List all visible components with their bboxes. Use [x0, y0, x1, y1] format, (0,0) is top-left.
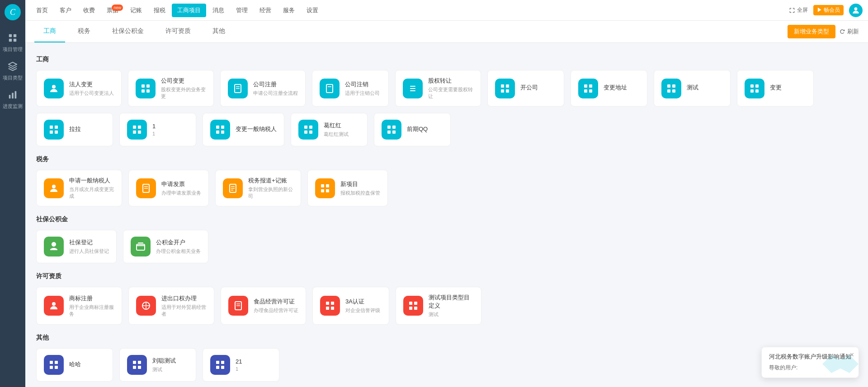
sidebar-item-project-type[interactable]: 项目类型 — [0, 56, 25, 85]
change-taxpayer-icon — [210, 120, 230, 140]
topnav-operation[interactable]: 经营 — [254, 4, 277, 17]
topnav-billing[interactable]: 收费 — [78, 4, 100, 17]
topnav-bookkeeping[interactable]: 记账 — [125, 4, 147, 17]
card-change2[interactable]: 变更 — [737, 70, 814, 107]
cards-grid-industrial: 法人变更 适用于公司变更法人 公司变更 股权变更外的业务变更 公司注册 — [36, 70, 857, 146]
card-equity-transfer[interactable]: 股权转让 公司变更需要股权转让 — [395, 70, 481, 107]
svg-rect-42 — [133, 131, 136, 134]
card-front-qq[interactable]: 前期QQ — [374, 113, 451, 146]
card-test-type[interactable]: 测试项目类型目定义 测试 — [396, 287, 481, 325]
tab-social[interactable]: 社保公积金 — [103, 21, 153, 42]
avatar[interactable] — [849, 4, 863, 17]
card-desc: 适用于公司变更法人 — [69, 90, 114, 97]
liu-ce-test-icon — [127, 355, 147, 375]
topnav-message[interactable]: 消息 — [207, 4, 230, 17]
card-name: 税务报道+记账 — [248, 177, 293, 185]
card-test[interactable]: 测试 — [654, 70, 731, 107]
tag-icon — [6, 60, 19, 73]
card-tax-report-book[interactable]: 税务报道+记账 拿到营业执照的新公司 — [215, 170, 301, 206]
card-import-export[interactable]: 进出口权办理 适用于对外贸易经营者 — [128, 287, 214, 325]
card-desc: 公司变更需要股权转让 — [428, 86, 473, 100]
svg-rect-64 — [321, 184, 324, 187]
card-liu-ce-test[interactable]: 刘聪测试 测试 — [119, 348, 196, 382]
card-social-register[interactable]: 社保登记 进行人员社保登记 — [36, 230, 117, 263]
card-fund-account[interactable]: 公积金开户 办理公积金相关业务 — [123, 230, 208, 263]
svg-rect-93 — [221, 366, 224, 369]
card-company-cancel[interactable]: 公司注销 适用于注销公司 — [312, 70, 389, 107]
topnav-industrial[interactable]: 工商项目 — [172, 4, 206, 17]
card-name: 刘聪测试 — [152, 357, 176, 365]
svg-rect-34 — [750, 89, 754, 93]
equity-transfer-icon — [403, 79, 423, 98]
card-desc: 办理公积金相关业务 — [156, 248, 201, 255]
topnav-home[interactable]: 首页 — [31, 4, 53, 17]
card-change-taxpayer[interactable]: 变更一般纳税人 — [203, 113, 284, 146]
card-info: 21 1 — [236, 358, 242, 372]
card-new-project[interactable]: 新项目 报税加税控盘保管 — [307, 170, 388, 206]
svg-rect-45 — [221, 126, 224, 129]
card-info: 社保登记 进行人员社保登记 — [69, 238, 109, 255]
card-company-register[interactable]: 公司注册 申请公司注册全流程 — [220, 70, 306, 107]
logo[interactable]: C — [4, 4, 21, 21]
svg-rect-20 — [501, 84, 504, 88]
new-type-button[interactable]: 新增业务类型 — [788, 25, 835, 38]
topnav-service[interactable]: 服务 — [278, 4, 300, 17]
fullscreen-button[interactable]: 全屏 — [789, 6, 808, 14]
topnav-management[interactable]: 管理 — [231, 4, 253, 17]
card-legal-change[interactable]: 法人变更 适用于公司变更法人 — [36, 70, 122, 107]
card-lala[interactable]: 拉拉 — [36, 113, 113, 146]
card-one[interactable]: 1 1 — [119, 113, 196, 146]
svg-rect-12 — [146, 84, 150, 88]
svg-rect-74 — [326, 302, 329, 305]
tab-other[interactable]: 其他 — [203, 21, 234, 42]
card-apply-invoice[interactable]: 申请发票 办理申请发票业务 — [128, 170, 209, 206]
vip-button[interactable]: ▶ 畅会员 — [813, 5, 844, 15]
card-info: 变更 — [770, 84, 782, 93]
refresh-button[interactable]: 刷新 — [839, 28, 859, 36]
tab-license[interactable]: 许可资质 — [156, 21, 200, 42]
card-desc: 办理食品经营许可证 — [254, 307, 298, 314]
card-twenty-one[interactable]: 21 1 — [203, 348, 279, 382]
topnav-customer[interactable]: 客户 — [54, 4, 77, 17]
card-company-change[interactable]: 公司变更 股权变更外的业务变更 — [128, 70, 214, 107]
svg-rect-6 — [9, 95, 11, 98]
card-name: 公司注销 — [345, 80, 380, 89]
svg-rect-29 — [672, 84, 675, 88]
card-trademark[interactable]: 商标注册 用于企业商标注册服务 — [36, 287, 122, 325]
topnav-tax[interactable]: 报税 — [148, 4, 171, 17]
card-desc: 测试 — [429, 311, 474, 318]
3a-cert-icon — [320, 296, 340, 316]
sidebar-label-project-management: 项目管理 — [3, 46, 23, 53]
sidebar-item-project-management[interactable]: 项目管理 — [0, 28, 25, 56]
card-3a-cert[interactable]: 3A认证 对企业信誉评级 — [312, 287, 389, 325]
card-desc: 1 — [152, 131, 156, 136]
card-open-company[interactable]: 开公司 — [487, 70, 564, 107]
topnav-settings[interactable]: 设置 — [301, 4, 324, 17]
tab-tax[interactable]: 税务 — [69, 21, 99, 42]
card-food-license[interactable]: 食品经营许可证 办理食品经营许可证 — [221, 287, 306, 325]
topnav-tickets[interactable]: 票据 new — [101, 4, 124, 17]
svg-point-56 — [52, 185, 56, 188]
card-name: 申请一般纳税人 — [69, 177, 114, 185]
card-info: 新项目 报税加税控盘保管 — [340, 180, 380, 196]
card-name: 食品经营许可证 — [254, 298, 298, 306]
card-mohonghong[interactable]: 葛红红 葛红红测试 — [291, 113, 368, 146]
main: 工商 税务 社保公积金 许可资质 其他 新增业务类型 刷新 工商 法人变更 — [25, 21, 868, 387]
svg-rect-30 — [667, 89, 670, 93]
card-name: 公司注册 — [253, 80, 298, 89]
company-cancel-icon — [320, 79, 340, 98]
svg-rect-13 — [142, 89, 145, 93]
twenty-one-icon — [210, 355, 230, 375]
svg-rect-11 — [142, 84, 145, 88]
tab-industrial[interactable]: 工商 — [34, 21, 65, 42]
sidebar-item-progress-monitor[interactable]: 进度监测 — [0, 85, 25, 113]
card-haha[interactable]: 哈哈 — [36, 348, 113, 382]
card-change-address[interactable]: 变更地址 — [571, 70, 647, 107]
svg-rect-14 — [146, 89, 150, 93]
svg-rect-32 — [750, 84, 754, 88]
card-info: 测试项目类型目定义 测试 — [429, 294, 474, 318]
card-apply-taxpayer[interactable]: 申请一般纳税人 当月或次月成变更完成 — [36, 170, 122, 206]
card-desc: 适用于注销公司 — [345, 90, 380, 97]
card-name: 进出口权办理 — [161, 294, 207, 303]
svg-rect-37 — [55, 126, 58, 129]
